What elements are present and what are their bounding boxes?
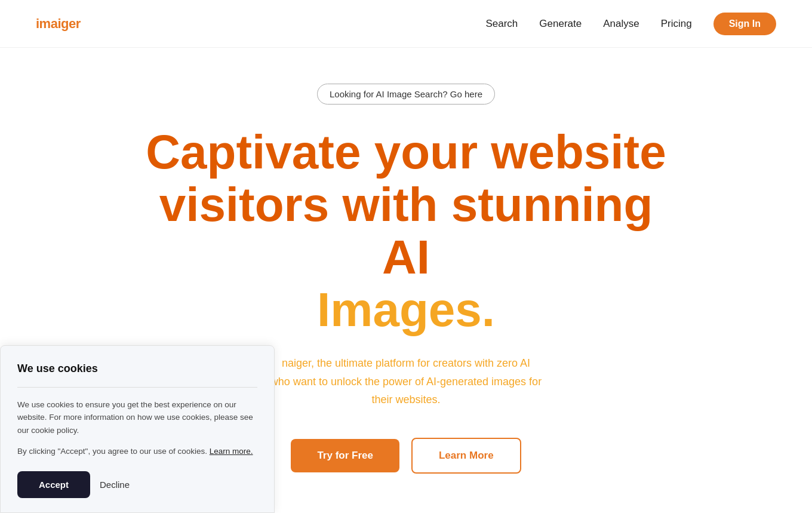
nav-analyse[interactable]: Analyse: [603, 18, 639, 30]
try-for-free-button[interactable]: Try for Free: [291, 439, 399, 472]
cookie-accept-button[interactable]: Accept: [17, 471, 90, 498]
nav-search[interactable]: Search: [485, 18, 518, 30]
cookie-accept-note: By clicking "Accept", you agree to our u…: [17, 445, 257, 458]
cookie-title: We use cookies: [17, 363, 257, 375]
hero-subtitle-prefix: naiger, the ultimate platform for creato…: [282, 357, 530, 369]
main-nav: Search Generate Analyse Pricing Sign In: [485, 13, 776, 35]
hero-title-line2: visitors with stunning AI: [159, 178, 653, 284]
sign-in-button[interactable]: Sign In: [713, 13, 776, 35]
hero-subtitle-middle: who want to unlock the power of AI-gener…: [270, 376, 542, 388]
cookie-divider: [17, 387, 257, 388]
hero-title: Captivate your website visitors with stu…: [137, 126, 675, 336]
hero-subtitle-end: their websites.: [371, 394, 440, 406]
cookie-learn-more-link[interactable]: Learn more.: [210, 447, 253, 456]
cookie-body-text: We use cookies to ensure you get the bes…: [17, 398, 257, 437]
nav-pricing[interactable]: Pricing: [661, 18, 692, 30]
nav-generate[interactable]: Generate: [539, 18, 582, 30]
ai-search-badge[interactable]: Looking for AI Image Search? Go here: [317, 84, 495, 105]
logo: imaiger: [36, 16, 81, 32]
learn-more-button[interactable]: Learn More: [411, 438, 521, 474]
hero-buttons: Try for Free Learn More: [291, 438, 521, 474]
hero-title-line3: Images.: [317, 283, 495, 336]
header: imaiger Search Generate Analyse Pricing …: [0, 0, 812, 48]
cookie-banner: We use cookies We use cookies to ensure …: [0, 345, 275, 513]
cookie-decline-button[interactable]: Decline: [100, 480, 130, 490]
hero-subtitle: naiger, the ultimate platform for creato…: [270, 354, 542, 409]
hero-title-line1: Captivate your website: [146, 125, 666, 179]
cookie-button-group: Accept Decline: [17, 471, 257, 498]
